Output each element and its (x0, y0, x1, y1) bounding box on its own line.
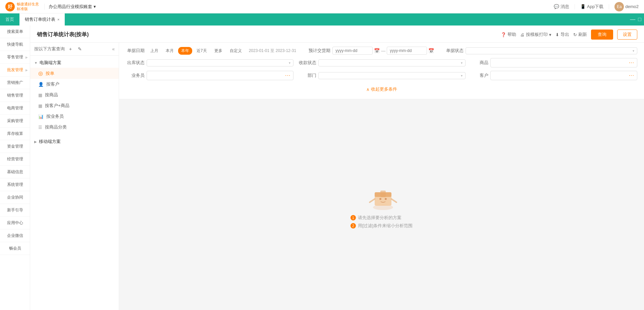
sidebar-item-ecommerce[interactable]: 电商管理 (0, 102, 30, 115)
date-quick-buttons: 上月 本月 本年 近7天 更多 自定义 (147, 47, 245, 55)
scheme-toolbar: 按以下方案查询 + ✎ « (30, 43, 119, 56)
sidebar-item-finance[interactable]: 资金管理 (0, 140, 30, 153)
scheme-panel-title: 按以下方案查询 (34, 46, 65, 52)
tip-num-1: 1 (351, 215, 356, 220)
goods-filter: 商品 ··· (470, 58, 637, 67)
salesman-more-icon[interactable]: ··· (285, 72, 290, 79)
pc-section-header[interactable]: ▼ 电脑端方案 (30, 58, 119, 68)
sidebar-item-basic[interactable]: 基础信息 (0, 166, 30, 178)
expected-date-label: 预计交货期 (307, 48, 330, 54)
right-content: 单据日期 上月 本月 本年 近7天 更多 自定义 2023-01-0 (119, 43, 644, 310)
receipt-status-label: 收款状态 (298, 60, 316, 66)
message-button[interactable]: 💬 消息 (554, 4, 569, 10)
goods-select[interactable]: ··· (490, 58, 637, 67)
by-customer-goods-icon: ▦ (38, 103, 42, 108)
sidebar-item-sales[interactable]: 销售管理 (0, 89, 30, 102)
by-goods-icon: ▦ (38, 93, 42, 98)
sidebar: 搜索菜单 快捷导航 零售管理 批发管理 营销推广 销售管理 电商管理 采购管理 … (0, 25, 30, 310)
app-selector[interactable]: 办公用品行业模拟账套 ▾ (44, 4, 96, 10)
refresh-icon: ↻ (573, 32, 577, 37)
content-area: 销售订单统计表(按单) ❓ 帮助 🖨 按模板打印 ▾ ⬇ 导出 ↻ 刷新 (30, 25, 644, 310)
mobile-scheme-section: ▶ 移动端方案 (30, 135, 119, 149)
receipt-status-chevron-icon: ▾ (461, 61, 463, 65)
bill-status-chevron-icon: ▾ (633, 49, 634, 53)
scheme-item-by-goods[interactable]: ▦ 按商品 (30, 90, 119, 100)
date-last-month-button[interactable]: 上月 (147, 47, 161, 55)
goods-label: 商品 (470, 60, 488, 66)
tab-close-icon[interactable]: × (57, 17, 59, 21)
refresh-button[interactable]: ↻ 刷新 (573, 32, 587, 38)
bill-status-label: 单据状态 (445, 48, 464, 54)
scheme-item-by-customer[interactable]: 👤 按客户 (30, 79, 119, 90)
mobile-section-arrow: ▶ (34, 140, 37, 144)
download-icon: 📱 (580, 4, 586, 9)
svg-point-4 (379, 198, 381, 200)
sidebar-item-quick-nav[interactable]: 快捷导航 (0, 38, 30, 51)
date-custom-button[interactable]: 自定义 (227, 47, 245, 55)
sidebar-item-system[interactable]: 系统管理 (0, 178, 30, 191)
sidebar-item-marketing[interactable]: 营销推广 (0, 76, 30, 89)
ship-status-select[interactable]: ▾ (147, 59, 293, 66)
receipt-status-select[interactable]: ▾ (318, 59, 465, 66)
app-download-button[interactable]: 📱 App下载 (580, 4, 603, 10)
scheme-item-by-category[interactable]: ☰ 按商品分类 (30, 122, 119, 133)
logo-text: 畅捷通好生意 标准版 (17, 2, 39, 11)
user-menu-button[interactable]: Ea demo2 (614, 2, 639, 11)
sidebar-item-purchase[interactable]: 采购管理 (0, 115, 30, 127)
goods-more-icon[interactable]: ··· (629, 60, 634, 66)
print-button[interactable]: 🖨 按模板打印 ▾ (520, 32, 551, 38)
dept-select[interactable]: ▾ (318, 72, 465, 79)
sidebar-item-enterprise[interactable]: 企业协同 (0, 191, 30, 204)
calendar-end-icon[interactable]: 📅 (428, 48, 434, 53)
scheme-item-by-salesman[interactable]: 📊 按业务员 (30, 111, 119, 122)
collapse-conditions-button[interactable]: ∧ 收起更多条件 (126, 84, 637, 95)
page-actions: ❓ 帮助 🖨 按模板打印 ▾ ⬇ 导出 ↻ 刷新 查询 设置 (501, 30, 637, 40)
salesman-label: 业务员 (126, 72, 145, 79)
top-bar-right: 💬 消息 📱 App下载 Ea demo2 (554, 2, 639, 11)
date-this-month-button[interactable]: 本月 (163, 47, 177, 55)
collapse-scheme-button[interactable]: « (112, 46, 115, 52)
scheme-item-by-customer-goods[interactable]: ▦ 按客户+商品 (30, 100, 119, 111)
expected-date-start-input[interactable] (332, 47, 373, 55)
logo-area: 好 畅捷通好生意 标准版 (5, 2, 39, 11)
expected-date-end-input[interactable] (387, 47, 427, 55)
empty-state: 1 请先选择要分析的方案 2 用[过滤]条件来缩小分析范围 (351, 180, 413, 229)
tab-home[interactable]: 首页 (0, 13, 19, 25)
settings-button[interactable]: 设置 (617, 30, 637, 40)
date-range-display: 2023-01-01 至 2023-12-31 (249, 48, 296, 54)
svg-line-6 (370, 199, 375, 202)
sidebar-item-member[interactable]: 畅会员 (0, 242, 30, 255)
help-button[interactable]: ❓ 帮助 (501, 32, 516, 38)
sidebar-item-wechat[interactable]: 企业微信 (0, 229, 30, 242)
scheme-item-by-order[interactable]: ◎ 按单 (30, 68, 119, 79)
date-more-button[interactable]: 更多 (211, 47, 225, 55)
sidebar-item-search[interactable]: 搜索菜单 (0, 25, 30, 38)
sidebar-item-retail[interactable]: 零售管理 (0, 51, 30, 64)
message-icon: 💬 (554, 4, 559, 9)
query-button[interactable]: 查询 (591, 30, 613, 40)
sidebar-item-wholesale[interactable]: 批发管理 (0, 64, 30, 76)
export-button[interactable]: ⬇ 导出 (555, 32, 569, 38)
date-last7-button[interactable]: 近7天 (194, 47, 210, 55)
salesman-select[interactable]: ··· (147, 71, 293, 80)
page-header: 销售订单统计表(按单) ❓ 帮助 🖨 按模板打印 ▾ ⬇ 导出 ↻ 刷新 (30, 25, 644, 43)
sidebar-item-operations[interactable]: 经营管理 (0, 153, 30, 166)
mobile-section-header[interactable]: ▶ 移动端方案 (30, 137, 119, 147)
pc-scheme-section: ▼ 电脑端方案 ◎ 按单 👤 按客户 ▦ 按商品 (30, 56, 119, 135)
edit-scheme-button[interactable]: ✎ (76, 45, 84, 53)
calendar-start-icon[interactable]: 📅 (374, 48, 380, 53)
filter-row-3: 业务员 ··· 部门 ▾ (126, 71, 637, 80)
bill-status-select[interactable]: ▾ (466, 47, 637, 54)
sidebar-item-inventory[interactable]: 库存核算 (0, 127, 30, 140)
maximize-icon[interactable]: □ (638, 16, 641, 22)
dept-filter: 部门 ▾ (298, 72, 465, 79)
tab-sales-order-stats[interactable]: 销售订单统计表 × (19, 13, 65, 25)
sidebar-item-appcenter[interactable]: 应用中心 (0, 217, 30, 229)
customer-more-icon[interactable]: ··· (629, 72, 634, 79)
date-this-year-button[interactable]: 本年 (178, 47, 192, 55)
sidebar-item-newguide[interactable]: 新手引导 (0, 204, 30, 217)
dept-label: 部门 (298, 72, 316, 79)
minimize-icon[interactable]: — (630, 16, 635, 22)
add-scheme-button[interactable]: + (67, 45, 74, 53)
customer-select[interactable]: ··· (490, 71, 637, 80)
